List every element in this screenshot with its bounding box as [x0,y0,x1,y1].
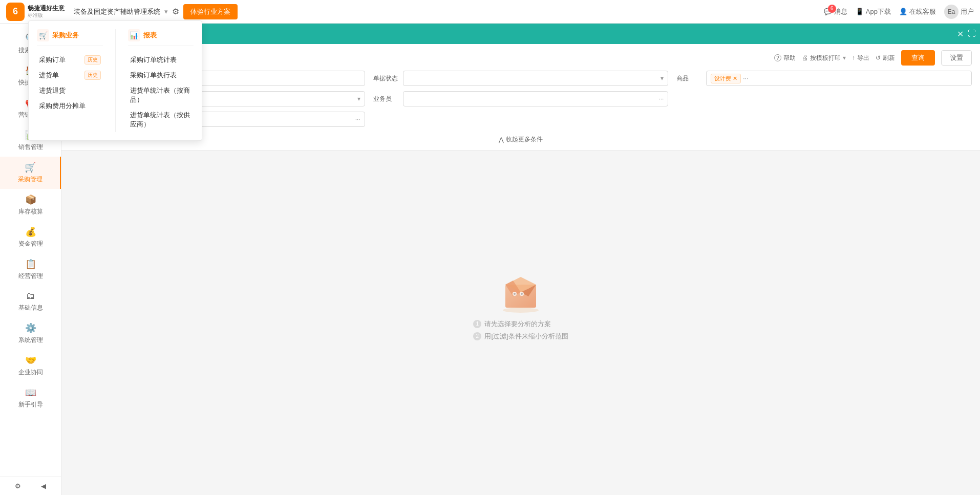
corp-icon: 🤝 [25,355,36,366]
expense-label: 采购费用分摊单 [39,101,86,111]
inbound-label: 进货单 [39,71,59,80]
status-arrow: ▾ [661,75,664,82]
report-col-header: 📊 报表 [128,29,194,46]
online-service-action[interactable]: 👤 在线客服 [899,7,936,16]
tab-expand-button[interactable]: ⛶ [968,29,976,38]
salesperson-dots: ··· [658,95,664,102]
inventory-icon: 📦 [25,194,36,205]
goods-tag-close-icon[interactable]: ✕ [733,75,737,82]
tab-close-button[interactable]: ✕ [957,29,964,39]
settings-button[interactable]: 设置 [941,50,972,66]
sidebar-item-corp[interactable]: 🤝 企业协同 [0,350,61,382]
goods-tag: 设计费 ✕ [711,74,741,83]
filter-status-item: 单据状态 ▾ [373,71,669,86]
export-icon: ↑ [852,54,855,61]
empty-text: 1 请先选择要分析的方案 2 用[过滤]条件来缩小分析范围 [473,319,568,341]
menu-item-inbound-stat-goods[interactable]: 进货单统计表（按商品） [128,83,194,107]
menu-item-inbound[interactable]: 进货单 历史 [37,68,103,83]
sidebar-bottom: ⚙ ◀ [0,477,61,495]
sidebar-item-label: 基础信息 [18,304,43,312]
refresh-label: 刷新 [883,54,895,62]
inbound-stat-goods-label: 进货单统计表（按商品） [130,86,192,104]
goods-label: 商品 [676,74,702,83]
collapse-up-icon: ⋀ [499,136,504,143]
sidebar-item-basic[interactable]: 🗂 基础信息 [0,286,61,317]
fund-icon: 💰 [25,226,36,238]
report-col-icon: 📊 [128,29,140,41]
app-download-action[interactable]: 📱 App下载 [856,7,891,16]
menu-item-return[interactable]: 进货退货 [37,83,103,98]
sidebar-item-inventory[interactable]: 📦 库存核算 [0,189,61,221]
user-action[interactable]: Ea 用户 [944,5,974,19]
phone-icon: 📱 [856,8,864,15]
salesperson-input[interactable]: ··· [403,91,669,106]
empty-state: 1 请先选择要分析的方案 2 用[过滤]条件来缩小分析范围 [61,150,980,495]
sidebar-item-label: 企业协同 [18,368,43,377]
print-icon: 🖨 [802,54,808,61]
sidebar-item-label: 库存核算 [18,207,43,216]
empty-step-2: 2 用[过滤]条件来缩小分析范围 [473,332,568,341]
print-arrow: ▾ [843,54,846,61]
goods-input[interactable]: 设计费 ✕ ··· [706,71,972,86]
logo-area: 6 畅捷通好生意 标准版 [6,3,68,21]
menu-item-order-exec[interactable]: 采购订单执行表 [128,68,194,83]
logo-text: 畅捷通好生意 标准版 [28,5,65,18]
print-action[interactable]: 🖨 按模板打印 ▾ [802,54,846,62]
purchase-dropdown-menu: 🛒 采购业务 采购订单 历史 进货单 历史 进货退货 采购费用分摊单 📊 [28,20,202,141]
notification-badge: 💬 6 [824,8,832,15]
filter-row-2: 排名项目 金额 ▾ 业务员 ··· [70,91,972,106]
menu-item-order-stat[interactable]: 采购订单统计表 [128,52,194,68]
svg-point-5 [514,293,516,295]
filter-row-3: 客户 ··· [70,112,972,127]
sidebar-item-label: 销售管理 [18,143,43,152]
purchase-order-label: 采购订单 [39,55,66,64]
menu-item-inbound-stat-supplier[interactable]: 进货单统计表（按供应商） [128,107,194,132]
sidebar-item-label: 采购管理 [18,175,42,184]
sidebar-item-operation[interactable]: 📋 经营管理 [0,253,61,286]
sidebar-item-label: 系统管理 [18,336,43,345]
user-label: 用户 [961,7,974,16]
filter-toolbar: ? 帮助 🖨 按模板打印 ▾ ↑ 导出 ↺ 刷新 [70,50,972,66]
help-label: 帮助 [783,54,796,62]
refresh-action[interactable]: ↺ 刷新 [876,54,895,62]
logo-main: 畅捷通好生意 [28,5,65,12]
system-dropdown-arrow[interactable]: ▾ [164,8,168,15]
notification-count: 6 [828,5,836,13]
sidebar-collapse-icon[interactable]: ◀ [41,482,46,490]
header-right: 💬 6 消息 📱 App下载 👤 在线客服 Ea 用户 [824,5,974,19]
sidebar-item-system[interactable]: ⚙️ 系统管理 [0,317,61,350]
notification-action[interactable]: 💬 6 消息 [824,7,847,16]
menu-item-expense[interactable]: 采购费用分摊单 [37,98,103,114]
sidebar-settings-icon[interactable]: ⚙ [15,482,21,490]
tab-bar-actions: ✕ ⛶ [957,29,980,39]
export-action[interactable]: ↑ 导出 [852,54,869,62]
sidebar-item-label: 新手引导 [18,400,43,409]
history-tag-inbound: 历史 [84,71,101,80]
step1-dot: 1 [473,320,481,328]
empty-step-1: 1 请先选择要分析的方案 [473,319,551,329]
sidebar-item-label: 资金管理 [18,240,43,248]
step2-text: 用[过滤]条件来缩小分析范围 [484,332,568,341]
sidebar-item-label: 经营管理 [18,272,43,281]
sidebar-item-purchase[interactable]: 🛒 采购管理 [0,157,61,189]
service-icon: 👤 [899,8,907,15]
trial-button[interactable]: 体验行业方案 [183,4,238,19]
sidebar-item-fund[interactable]: 💰 资金管理 [0,221,61,253]
status-input[interactable]: ▾ [403,71,669,86]
dropdown-col-purchase: 🛒 采购业务 采购订单 历史 进货单 历史 进货退货 采购费用分摊单 [37,29,103,132]
rank-arrow: ▾ [357,95,360,102]
help-action[interactable]: ? 帮助 [774,54,796,62]
query-button[interactable]: 查询 [901,50,935,66]
empty-illustration [490,264,551,315]
menu-item-purchase-order[interactable]: 采购订单 历史 [37,52,103,68]
order-stat-label: 采购订单统计表 [130,55,177,64]
export-label: 导出 [857,54,869,62]
collapse-button[interactable]: ⋀ 收起更多条件 [70,132,972,144]
purchase-col-title: 采购业务 [52,31,79,40]
step1-text: 请先选择要分析的方案 [484,319,551,329]
system-icon: ⚙️ [25,322,36,334]
sidebar-item-guide[interactable]: 📖 新手引导 [0,382,61,414]
system-settings-icon[interactable]: ⚙ [172,7,179,16]
salesperson-label: 业务员 [373,95,399,103]
status-label: 单据状态 [373,74,399,83]
